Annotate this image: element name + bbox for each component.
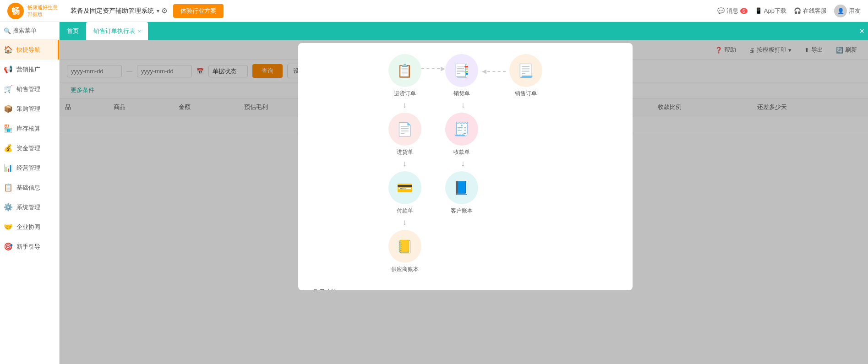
arrow-down-1: ↓ xyxy=(403,100,407,110)
search-icon: 🔍 xyxy=(4,27,11,34)
message-item[interactable]: 💬 消息 6 xyxy=(717,7,748,15)
sidebar-item-sales[interactable]: 🛒 销售管理 xyxy=(0,79,59,99)
sidebar-item-finance[interactable]: 💰 资金管理 xyxy=(0,138,59,158)
system-icon: ⚙️ xyxy=(4,203,13,212)
supplier-account-circle: 📒 xyxy=(388,230,421,263)
settings-icon[interactable]: ⚙ xyxy=(161,6,168,15)
sidebar-label-operations: 经营管理 xyxy=(16,164,40,172)
arrow-down-2: ↓ xyxy=(403,159,407,168)
sale-bill-label: 销货单 xyxy=(453,90,470,98)
left-flow-col: 📋 进货订单 ↓ 📄 进货单 ↓ xyxy=(388,54,421,273)
message-label: 消息 xyxy=(726,7,738,15)
tab-close-icon[interactable]: × xyxy=(138,28,141,34)
message-badge: 6 xyxy=(740,8,748,14)
sidebar-label-newcomer: 新手引导 xyxy=(16,243,40,251)
sidebar-item-quick-nav[interactable]: 🏠 快捷导航 xyxy=(0,40,59,60)
sidebar-item-inventory[interactable]: 🏪 库存核算 xyxy=(0,119,59,138)
sale-bill-circle: 📑 xyxy=(445,54,478,87)
online-service-item[interactable]: 🎧 在线客服 xyxy=(794,7,827,15)
sidebar-label-purchase: 采购管理 xyxy=(16,105,40,113)
h-arrows: ▶ xyxy=(421,54,445,72)
payment-node[interactable]: 💳 付款单 xyxy=(388,171,421,215)
app-icon: 📱 xyxy=(755,7,762,14)
trial-btn[interactable]: 体验行业方案 xyxy=(173,4,224,18)
common-functions: 常用功能 商品 往来单位 现存量(库存状况表) 现存量(库存分布表) 销售毛利分… xyxy=(313,288,618,290)
logo-icon: 畅 xyxy=(7,3,24,19)
top-bar: 畅 畅康通好生意邦据版 装备及固定资产辅助管理系统 ▾ ⚙ 体验行业方案 💬 消… xyxy=(0,0,868,22)
sale-order-label: 销售订单 xyxy=(515,90,537,98)
purchase-bill-node[interactable]: 📄 进货单 xyxy=(388,113,421,156)
sidebar-item-system[interactable]: ⚙️ 系统管理 xyxy=(0,197,59,217)
system-title: 装备及固定资产辅助管理系统 xyxy=(71,7,154,15)
logo-text: 畅康通好生意邦据版 xyxy=(27,4,58,17)
flow-diagram: 📋 进货订单 ↓ 📄 进货单 ↓ xyxy=(313,54,618,273)
arrow-down-4: ↓ xyxy=(461,100,465,110)
close-window-btn[interactable]: × xyxy=(859,27,868,36)
headset-icon: 🎧 xyxy=(794,7,801,14)
sidebar-item-newcomer[interactable]: 🎯 新手引导 xyxy=(0,237,59,256)
user-item[interactable]: 👤 用友 xyxy=(834,5,861,17)
sidebar: 🔍 搜索菜单 🏠 快捷导航 📢 营销推广 🛒 销售管理 📦 采购管理 🏪 xyxy=(0,22,60,364)
purchase-order-label: 进货订单 xyxy=(394,90,416,98)
purchase-icon: 📦 xyxy=(4,104,13,113)
receipt-label: 收款单 xyxy=(453,148,470,156)
tab-sales-order[interactable]: 销售订单执行表 × xyxy=(86,22,148,40)
arrow-down-5: ↓ xyxy=(461,159,465,168)
enterprise-icon: 🤝 xyxy=(4,223,13,231)
supplier-account-node[interactable]: 📒 供应商账本 xyxy=(388,230,421,273)
page-content: ❓ 帮助 🖨 按模板打印 ▾ ⬆ 导出 🔄 xyxy=(60,40,868,364)
base-info-icon: 📋 xyxy=(4,183,13,192)
receipt-node[interactable]: 🧾 收款单 xyxy=(445,113,478,156)
purchase-order-circle: 📋 xyxy=(388,54,421,87)
tab-bar: 首页 销售订单执行表 × × xyxy=(60,22,868,40)
newcomer-icon: 🎯 xyxy=(4,242,13,251)
home-icon: 🏠 xyxy=(4,45,13,54)
sidebar-label-quick-nav: 快捷导航 xyxy=(16,46,40,54)
sidebar-label-marketing: 营销推广 xyxy=(16,65,40,74)
search-label: 搜索菜单 xyxy=(13,27,37,35)
guide-panel: 📋 进货订单 ↓ 📄 进货单 ↓ xyxy=(298,43,633,290)
sidebar-label-base-info: 基础信息 xyxy=(16,184,40,192)
logo-area: 畅 畅康通好生意邦据版 xyxy=(7,3,67,19)
arrow-down-3: ↓ xyxy=(403,217,407,227)
sidebar-label-finance: 资金管理 xyxy=(16,144,40,152)
sidebar-item-marketing[interactable]: 📢 营销推广 xyxy=(0,60,59,79)
payment-label: 付款单 xyxy=(397,207,413,215)
customer-account-circle: 📘 xyxy=(445,171,478,204)
sale-order-top: 📑 销货单 ◀ xyxy=(445,54,542,98)
top-right: 💬 消息 6 📱 App下载 🎧 在线客服 👤 用友 xyxy=(717,5,861,17)
purchase-bill-label: 进货单 xyxy=(397,148,413,156)
purchase-bill-circle: 📄 xyxy=(388,113,421,146)
search-menu[interactable]: 🔍 搜索菜单 xyxy=(0,22,59,40)
system-dropdown-btn[interactable]: ▾ xyxy=(157,8,159,14)
purchase-order-node[interactable]: 📋 进货订单 xyxy=(388,54,421,98)
payment-circle: 💳 xyxy=(388,171,421,204)
sale-order-circle: 📃 xyxy=(509,54,542,87)
sidebar-label-system: 系统管理 xyxy=(16,203,40,212)
sales-icon: 🛒 xyxy=(4,85,13,93)
sidebar-item-base-info[interactable]: 📋 基础信息 xyxy=(0,178,59,197)
app-download-label: App下载 xyxy=(764,7,786,15)
sidebar-item-enterprise[interactable]: 🤝 企业协同 xyxy=(0,217,59,237)
customer-account-node[interactable]: 📘 客户账本 xyxy=(445,171,478,215)
sidebar-label-sales: 销售管理 xyxy=(16,85,40,93)
inventory-icon: 🏪 xyxy=(4,124,13,133)
operations-icon: 📊 xyxy=(4,163,13,172)
h-arrow-2: ◀ xyxy=(482,68,506,75)
sidebar-item-purchase[interactable]: 📦 采购管理 xyxy=(0,99,59,119)
tab-sales-order-label: 销售订单执行表 xyxy=(93,27,135,35)
user-label: 用友 xyxy=(849,7,861,15)
online-service-label: 在线客服 xyxy=(803,7,827,15)
avatar: 👤 xyxy=(834,5,847,17)
tab-home-label: 首页 xyxy=(67,27,79,35)
sidebar-item-operations[interactable]: 📊 经营管理 xyxy=(0,158,59,178)
guide-overlay[interactable]: 📋 进货订单 ↓ 📄 进货单 ↓ xyxy=(60,40,868,364)
sale-order-node[interactable]: 📃 销售订单 xyxy=(509,54,542,98)
common-functions-title: 常用功能 xyxy=(313,288,618,290)
tab-home[interactable]: 首页 xyxy=(60,22,86,40)
supplier-account-label: 供应商账本 xyxy=(391,266,419,273)
customer-account-label: 客户账本 xyxy=(451,207,473,215)
message-icon: 💬 xyxy=(717,7,725,14)
app-download-item[interactable]: 📱 App下载 xyxy=(755,7,786,15)
sale-bill-node[interactable]: 📑 销货单 xyxy=(445,54,478,98)
